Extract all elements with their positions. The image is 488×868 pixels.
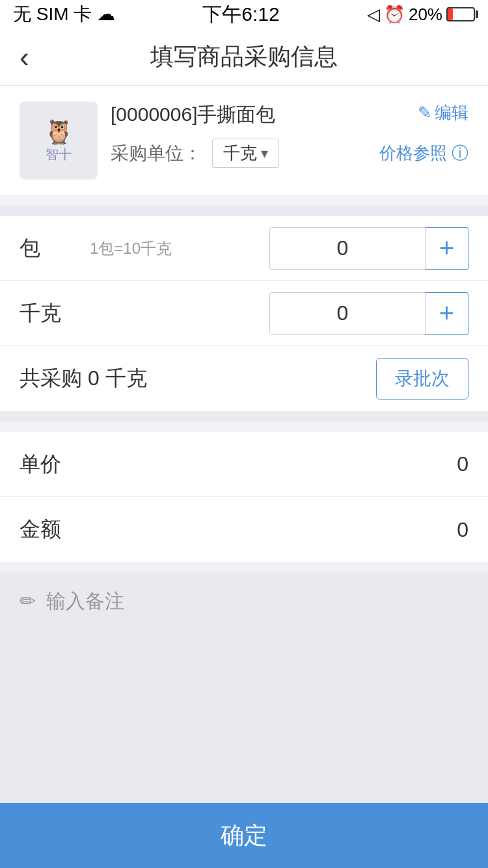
battery-bar (446, 7, 475, 21)
unit-label: 采购单位： (111, 141, 202, 166)
kg-quantity-row: 千克 + (0, 281, 488, 346)
kg-input-wrap: + (269, 292, 468, 335)
owl-label: 智十 (46, 146, 72, 163)
unit-price-label: 单价 (20, 450, 61, 479)
total-row: 共采购 0 千克 录批次 (0, 346, 488, 411)
record-batch-button[interactable]: 录批次 (376, 358, 468, 400)
nav-bar: ‹ 填写商品采购信息 (0, 29, 488, 86)
bag-quantity-row: 包 1包=10千克 + (0, 216, 488, 281)
sim-status: 无 SIM 卡 ☁ (13, 2, 115, 27)
alarm-icon: ⏰ (384, 5, 405, 25)
amount-label: 金额 (20, 515, 61, 544)
status-right: ◁ ⏰ 20% (367, 5, 475, 25)
kg-plus-button[interactable]: + (426, 292, 468, 335)
bag-plus-button[interactable]: + (426, 227, 468, 270)
product-info: [0000006]手撕面包 ✎ 编辑 采购单位： 千克 ▾ 价格参照 ⓘ (111, 102, 468, 168)
product-card: 🦉 智十 [0000006]手撕面包 ✎ 编辑 采购单位： 千克 ▾ 价格参照 … (0, 86, 488, 195)
nav-icon: ◁ (367, 5, 380, 25)
edit-label: 编辑 (435, 102, 468, 124)
price-info-section: 单价 0 金额 0 (0, 432, 488, 562)
section-divider-1 (0, 206, 488, 216)
kg-label: 千克 (20, 299, 85, 328)
product-name: [0000006]手撕面包 (111, 102, 275, 128)
notes-placeholder: 输入备注 (46, 588, 124, 615)
edit-button[interactable]: ✎ 编辑 (418, 102, 468, 124)
price-ref-help-icon: ⓘ (452, 143, 468, 163)
bag-sublabel: 1包=10千克 (90, 238, 172, 259)
unit-value: 千克 (223, 142, 257, 165)
amount-row: 金额 0 (0, 497, 488, 562)
status-time: 下午6:12 (202, 1, 279, 28)
unit-row: 采购单位： 千克 ▾ (111, 139, 279, 168)
edit-icon: ✎ (418, 103, 432, 123)
quantity-input-section: 包 1包=10千克 + 千克 + (0, 216, 488, 346)
bag-input-wrap: + (269, 227, 468, 270)
bag-label: 包 (20, 234, 85, 263)
kg-quantity-input[interactable] (269, 292, 426, 335)
product-thumbnail: 🦉 智十 (20, 102, 98, 180)
back-button[interactable]: ‹ (13, 34, 36, 80)
unit-selector[interactable]: 千克 ▾ (212, 139, 279, 168)
owl-eyes-icon: 🦉 (44, 118, 74, 146)
status-left: 无 SIM 卡 ☁ (13, 2, 115, 27)
pencil-icon: ✏ (20, 590, 36, 612)
unit-price-row: 单价 0 (0, 432, 488, 497)
bag-quantity-input[interactable] (269, 227, 426, 270)
battery-fill (448, 8, 453, 20)
total-label: 共采购 0 千克 (20, 364, 376, 393)
battery-pct: 20% (409, 5, 442, 25)
amount-value: 0 (457, 518, 468, 542)
price-reference-button[interactable]: 价格参照 ⓘ (379, 142, 468, 165)
notes-section[interactable]: ✏ 输入备注 (0, 573, 488, 833)
page-title: 填写商品采购信息 (150, 41, 338, 73)
unit-price-value: 0 (457, 452, 468, 476)
section-divider-2 (0, 411, 488, 422)
status-bar: 无 SIM 卡 ☁ 下午6:12 ◁ ⏰ 20% (0, 0, 488, 29)
confirm-button[interactable]: 确定 (0, 803, 488, 868)
price-ref-label: 价格参照 (379, 143, 447, 163)
dropdown-arrow-icon: ▾ (261, 145, 268, 162)
